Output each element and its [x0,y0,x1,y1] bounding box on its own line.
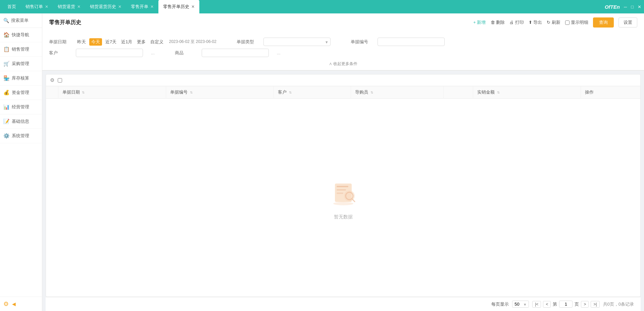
doc-type-select-wrapper [263,38,331,46]
date-range-text: 2023-06-02 至 2023-06-02 [169,39,216,45]
settings-icon[interactable]: ⚙ [3,300,9,308]
tab-sales-order-label: 销售订单 [26,4,43,10]
sidebar-item-system-mgmt[interactable]: ⚙️ 系统管理 [0,129,42,143]
next-page-btn[interactable]: > [581,301,589,308]
svg-point-0 [333,202,353,205]
svg-rect-4 [337,193,343,194]
tab-sales-return-close[interactable]: ✕ [77,4,81,9]
sort-date-icon: ⇅ [82,91,85,94]
table-header-row: 单据日期 ⇅ 单据编号 ⇅ 客户 ⇅ 导购员 ⇅ [46,86,640,99]
select-all-checkbox[interactable] [58,78,62,83]
sidebar-item-operations[interactable]: 📊 经营管理 [0,100,42,114]
date-opt-last1month[interactable]: 近1月 [120,38,134,46]
page-title-row: 零售开单历史 + 新增 🗑 删除 🖨 打印 ⬆ 导出 ↻ 刷新 显示明细 查询 … [42,13,644,31]
col-amount[interactable]: 实销金额 ⇅ [473,86,581,99]
tab-home[interactable]: 首页 [3,0,21,13]
sidebar-item-basic-info-label: 基础信息 [12,118,29,124]
sidebar-item-basic-info[interactable]: 📝 基础信息 [0,114,42,129]
date-opt-custom[interactable]: 自定义 [149,38,165,46]
tab-sales-order[interactable]: 销售订单 ✕ [21,0,53,13]
date-opt-today[interactable]: 今天 [89,38,102,46]
display-detail-label: 显示明细 [571,19,588,25]
product-label: 商品 [175,50,195,56]
minimize-btn[interactable]: ─ [624,4,627,9]
tab-retail-open-close[interactable]: ✕ [150,4,154,9]
sidebar-item-sales-mgmt[interactable]: 📋 销售管理 [0,42,42,57]
sidebar-item-purchase-mgmt[interactable]: 🛒 采购管理 [0,57,42,71]
customer-label: 客户 [49,50,69,56]
collapse-bar[interactable]: ∧ 收起更多条件 [49,60,637,67]
close-window-btn[interactable]: ✕ [638,4,641,9]
sidebar-search[interactable]: 🔍 搜索菜单 [0,13,42,28]
tab-sales-order-close[interactable]: ✕ [45,4,48,9]
total-text: 共0页，0条记录 [603,301,634,307]
prev-page-btn[interactable]: < [543,301,551,308]
last-page-btn[interactable]: >| [591,301,599,308]
pagination-nav: |< < 第 页 > >| [532,301,599,308]
maximize-btn[interactable]: □ [631,4,634,9]
tab-sales-return[interactable]: 销货退货 ✕ [53,0,85,13]
collapse-sidebar-icon[interactable]: ◀ [12,301,16,307]
page-input[interactable] [559,301,573,308]
toolbar: + 新增 🗑 删除 🖨 打印 ⬆ 导出 ↻ 刷新 显示明细 查询 设置 [473,17,637,28]
data-table: 单据日期 ⇅ 单据编号 ⇅ 客户 ⇅ 导购员 ⇅ [46,86,640,99]
first-page-btn[interactable]: |< [532,301,541,308]
display-detail-toggle[interactable]: 显示明细 [565,19,588,25]
query-button[interactable]: 查询 [593,17,614,28]
per-page-select[interactable]: 10 20 50 100 [512,301,529,308]
date-opt-yesterday[interactable]: 昨天 [76,38,87,46]
customer-input[interactable] [76,49,143,57]
product-dots[interactable]: ... [277,50,281,55]
page-header-section: 零售开单历史 + 新增 🗑 删除 🖨 打印 ⬆ 导出 ↻ 刷新 显示明细 查询 … [42,13,644,71]
date-label: 单据日期 [49,39,69,45]
sidebar-item-quick-nav[interactable]: 🏠 快捷导航 [0,28,42,42]
sidebar-item-finance-label: 资金管理 [12,90,29,96]
purchase-icon: 🛒 [3,61,10,67]
svg-rect-3 [337,189,346,191]
product-input[interactable] [202,49,269,57]
table-toolbar: ⚙ [46,74,640,86]
date-options: 昨天 今天 近7天 近1月 更多 自定义 2023-06-02 至 2023-0… [76,38,216,46]
sidebar-item-finance[interactable]: 💰 资金管理 [0,86,42,100]
col-salesperson[interactable]: 导购员 ⇅ [351,86,444,99]
refresh-button[interactable]: ↻ 刷新 [547,19,560,25]
sidebar-item-operations-label: 经营管理 [12,104,29,110]
page-title: 零售开单历史 [49,19,81,26]
print-button[interactable]: 🖨 打印 [509,19,524,25]
empty-text: 暂无数据 [334,214,353,220]
doc-type-select[interactable] [263,38,331,46]
col-date[interactable]: 单据日期 ⇅ [58,86,166,99]
page-label: 第 [553,301,557,307]
doc-type-label: 单据类型 [237,39,257,45]
tab-sales-return-history-close[interactable]: ✕ [118,4,121,9]
sidebar-bottom: ⚙ ◀ [0,297,42,311]
sort-customer-icon: ⇅ [289,91,292,94]
doc-no-input[interactable] [378,38,445,46]
page-label-2: 页 [575,301,579,307]
table-settings-icon[interactable]: ⚙ [50,77,54,83]
tab-home-label: 首页 [7,4,16,10]
col-customer[interactable]: 客户 ⇅ [274,86,351,99]
per-page-label: 每页显示 [491,301,509,307]
date-opt-last7days[interactable]: 近7天 [104,38,118,46]
customer-dots[interactable]: ... [151,50,155,55]
date-opt-more[interactable]: 更多 [136,38,147,46]
col-no[interactable]: 单据编号 ⇅ [166,86,274,99]
add-button[interactable]: + 新增 [473,19,486,25]
col-spacer [444,86,473,99]
tab-retail-open-history[interactable]: 零售开单历史 ✕ [158,0,199,13]
delete-button[interactable]: 🗑 删除 [491,19,505,25]
tab-sales-return-label: 销货退货 [58,4,75,10]
tab-retail-open-history-close[interactable]: ✕ [191,4,195,9]
setting-button[interactable]: 设置 [618,17,637,28]
sidebar-search-label: 搜索菜单 [11,17,29,23]
search-icon: 🔍 [3,18,9,23]
sidebar-item-inventory[interactable]: 🏪 库存核算 [0,71,42,86]
tab-sales-return-history[interactable]: 销货退货历史 ✕ [85,0,126,13]
home-icon: 🏠 [3,32,10,38]
export-button[interactable]: ⬆ 导出 [529,19,542,25]
tab-bar-right: OfTEn ─ □ ✕ [605,4,641,10]
sidebar-item-purchase-mgmt-label: 采购管理 [12,61,29,67]
display-detail-checkbox[interactable] [565,20,569,25]
tab-retail-open[interactable]: 零售开单 ✕ [126,0,158,13]
